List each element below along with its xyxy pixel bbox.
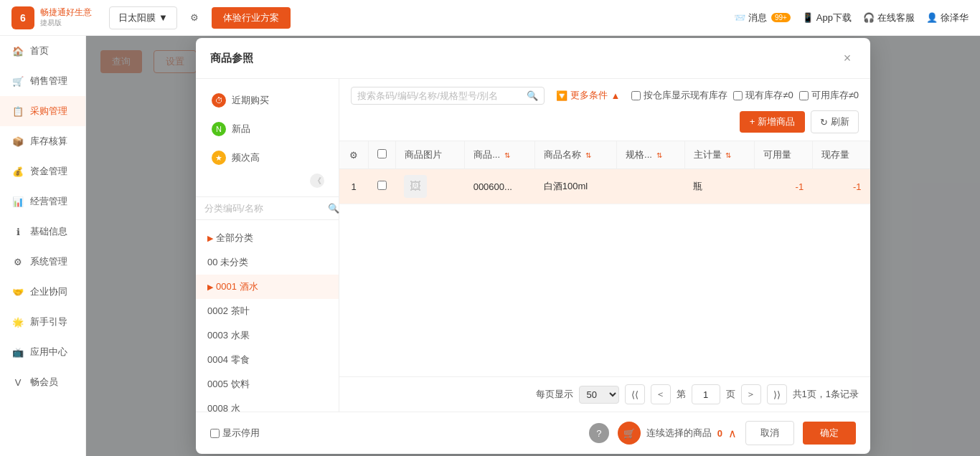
category-label: 0008 水 (207, 402, 240, 412)
modal-close-button[interactable]: × (839, 49, 856, 67)
last-page-button[interactable]: ⟩⟩ (767, 384, 787, 404)
first-page-button[interactable]: ⟨⟨ (625, 384, 645, 404)
table-row[interactable]: 1 🖼 000600... 白酒100ml (339, 169, 870, 204)
category-0008[interactable]: 0008 水 (196, 396, 339, 412)
sidebar-item-apps[interactable]: 📺 应用中心 (0, 337, 85, 367)
user-menu[interactable]: 👤 徐泽华 (926, 11, 969, 24)
prev-page-button[interactable]: ＜ (651, 384, 671, 404)
cart-icon: 🛒 (11, 75, 24, 87)
sidebar-item-purchase[interactable]: 📋 采购管理 (0, 96, 85, 126)
show-disabled-checkbox[interactable]: 显示停用 (210, 427, 260, 440)
disabled-checkbox[interactable] (210, 429, 220, 438)
category-label: 0002 茶叶 (207, 305, 250, 318)
add-product-button[interactable]: + 新增商品 (740, 111, 805, 133)
checkbox-available[interactable]: 可用库存≠0 (799, 89, 859, 102)
category-0003[interactable]: 0003 水果 (196, 323, 339, 348)
per-page-select[interactable]: 50 10 20 100 (579, 386, 619, 404)
next-page-button[interactable]: ＞ (741, 384, 761, 404)
category-0005[interactable]: 0005 饮料 (196, 372, 339, 396)
sidebar-item-guide[interactable]: 🌟 新手引导 (0, 307, 85, 337)
customer-service[interactable]: 🎧 在线客服 (863, 11, 915, 24)
show-disabled-label: 显示停用 (222, 427, 260, 440)
cancel-button[interactable]: 取消 (745, 421, 794, 445)
category-0001[interactable]: ▶ 0001 酒水 (196, 275, 339, 299)
sidebar-item-home[interactable]: 🏠 首页 (0, 36, 85, 66)
phone-icon: 📱 (802, 12, 814, 23)
sidebar-item-inventory[interactable]: 📦 库存核算 (0, 126, 85, 156)
category-0002[interactable]: 0002 茶叶 (196, 299, 339, 323)
sidebar-item-info[interactable]: ℹ 基础信息 (0, 217, 85, 247)
sidebar-label-apps: 应用中心 (30, 346, 67, 358)
sidebar-item-member[interactable]: V 畅会员 (0, 367, 85, 397)
member-icon: V (11, 376, 24, 389)
user-name: 徐泽华 (941, 11, 969, 24)
td-code: 000600... (465, 169, 535, 204)
category-00[interactable]: 00 未分类 (196, 250, 339, 275)
sidebar-item-system[interactable]: ⚙ 系统管理 (0, 247, 85, 277)
checkbox-stock2[interactable]: 现有库存≠0 (733, 89, 793, 102)
th-name[interactable]: 商品名称 ⇅ (535, 141, 617, 169)
notifications[interactable]: 📨 消息 99+ (734, 11, 791, 24)
trial-button[interactable]: 体验行业方案 (212, 7, 291, 29)
td-spec (617, 169, 685, 204)
page-number-input[interactable] (692, 384, 720, 404)
cart-collapse-button[interactable]: ∧ (728, 427, 737, 440)
th-code[interactable]: 商品... ⇅ (465, 141, 535, 169)
th-spec[interactable]: 规格... ⇅ (617, 141, 685, 169)
info-icon: ℹ (11, 225, 24, 238)
available-label: 可用库存≠0 (811, 89, 859, 102)
quick-recent[interactable]: ⏱ 近期购买 (204, 87, 330, 113)
checkbox-stock[interactable]: 按仓库显示现有库存 (631, 89, 727, 102)
settings-icon[interactable]: ⚙ (183, 6, 206, 29)
category-all[interactable]: ▶ 全部分类 (196, 226, 339, 250)
avatar: 👤 (926, 12, 938, 23)
footer-right: ? 🛒 连续选择的商品 0 ∧ 取消 确定 (589, 421, 856, 445)
category-label: 0005 饮料 (207, 378, 250, 391)
page-text: 第 (677, 388, 686, 401)
stock-checkbox[interactable] (631, 91, 641, 100)
td-image: 🖼 (395, 169, 465, 204)
refresh-button[interactable]: ↻ 刷新 (811, 110, 859, 133)
quick-new-label: 新品 (232, 123, 250, 136)
system-icon: ⚙ (11, 255, 24, 268)
td-available: -1 (755, 169, 812, 204)
td-check[interactable] (368, 169, 395, 204)
th-settings[interactable]: ⚙ (339, 141, 368, 169)
search-icon: 🔍 (527, 90, 538, 101)
category-arrow: ▶ (207, 234, 213, 243)
sidebar-item-collab[interactable]: 🤝 企业协同 (0, 277, 85, 307)
sidebar-item-sales[interactable]: 🛒 销售管理 (0, 66, 85, 96)
collapse-button[interactable]: 《 (310, 174, 324, 188)
th-available[interactable]: 可用量 (755, 141, 812, 169)
quick-recent-label: 近期购买 (232, 94, 269, 107)
search-box: 🔍 (351, 87, 545, 105)
modal-footer: 显示停用 ? 🛒 连续选择的商品 0 ∧ 取消 确定 (196, 412, 870, 454)
help-icon[interactable]: ? (589, 423, 609, 443)
search-input[interactable] (357, 90, 524, 101)
td-stock: -1 (812, 169, 870, 204)
th-check[interactable] (368, 141, 395, 169)
filter-button[interactable]: 🔽 更多条件 ▲ (550, 86, 626, 105)
sidebar-item-finance[interactable]: 💰 资金管理 (0, 156, 85, 186)
quick-freq[interactable]: ★ 频次高 (204, 145, 330, 171)
th-unit[interactable]: 主计量 ⇅ (684, 141, 754, 169)
modal-body: ⏱ 近期购买 N 新品 ★ 频次高 《 (196, 79, 870, 412)
app-download[interactable]: 📱 App下载 (802, 11, 852, 24)
available-checkbox[interactable] (799, 91, 809, 100)
th-unit-label: 主计量 (694, 149, 722, 160)
select-all-checkbox[interactable] (377, 149, 387, 158)
pagination: 每页显示 50 10 20 100 ⟨⟨ ＜ 第 页 (339, 376, 870, 412)
main-layout: 🏠 首页 🛒 销售管理 📋 采购管理 📦 库存核算 💰 资金管理 📊 经营管理 … (0, 36, 980, 456)
sidebar-item-manage[interactable]: 📊 经营管理 (0, 186, 85, 217)
cart-count: 0 (717, 428, 722, 439)
quick-new[interactable]: N 新品 (204, 116, 330, 142)
category-0004[interactable]: 0004 零食 (196, 348, 339, 372)
th-stock[interactable]: 现存量 (812, 141, 870, 169)
category-search-input[interactable] (204, 203, 325, 214)
row-checkbox[interactable] (377, 181, 387, 190)
confirm-button[interactable]: 确定 (803, 422, 856, 445)
category-label: 0004 零食 (207, 353, 250, 366)
dropdown-selector[interactable]: 日太阳膜 ▼ (109, 6, 177, 29)
stock2-checkbox[interactable] (733, 91, 743, 100)
category-label: 0001 酒水 (216, 280, 258, 293)
